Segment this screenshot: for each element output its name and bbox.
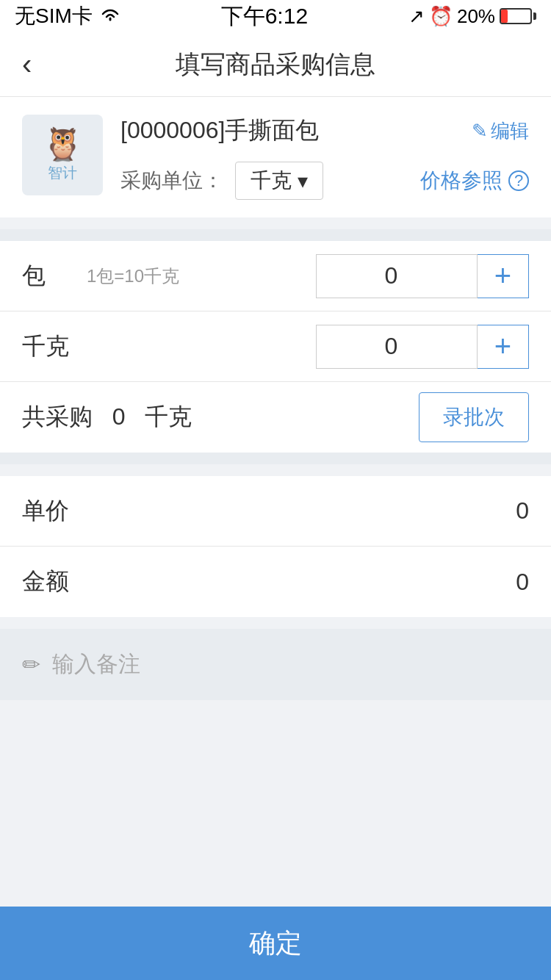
kg-plus-button[interactable]: + xyxy=(478,325,529,369)
edit-label: 编辑 xyxy=(491,118,529,144)
price-section: 单价 0 金额 0 xyxy=(0,476,551,617)
battery-icon xyxy=(500,8,536,24)
brand-label: 智计 xyxy=(48,163,77,183)
product-logo-icon: 🦉 xyxy=(43,128,83,160)
amount-value: 0 xyxy=(516,569,529,596)
unit-prefix-label: 采购单位： xyxy=(120,167,223,195)
batch-record-button[interactable]: 录批次 xyxy=(419,392,529,442)
bag-qty-input[interactable] xyxy=(316,254,478,298)
page-title: 填写商品采购信息 xyxy=(176,48,375,82)
unit-price-value: 0 xyxy=(516,497,529,525)
summary-qty: 0 xyxy=(112,403,126,430)
dropdown-arrow-icon: ▾ xyxy=(298,169,308,193)
summary-row: 共采购 0 千克 录批次 xyxy=(0,382,551,453)
amount-row: 金额 0 xyxy=(0,547,551,617)
status-left: 无SIM卡 xyxy=(15,2,120,30)
confirm-button[interactable]: 确定 xyxy=(0,907,551,980)
kg-input-row: 千克 + xyxy=(0,311,551,382)
kg-qty-input[interactable] xyxy=(316,325,478,369)
section-divider-2 xyxy=(0,453,551,464)
bag-sub-label: 1包=10千克 xyxy=(87,264,179,288)
kg-label: 千克 xyxy=(22,331,81,363)
bag-label: 包 xyxy=(22,260,81,292)
summary-unit: 千克 xyxy=(145,403,192,430)
location-icon: ↗ xyxy=(408,5,425,28)
status-time: 下午6:12 xyxy=(221,1,308,32)
remark-section[interactable]: ✏ 输入备注 xyxy=(0,629,551,700)
input-section: 包 1包=10千克 + 千克 + 共采购 0 千克 录批次 xyxy=(0,241,551,453)
status-right: ↗ ⏰ 20% xyxy=(408,5,536,28)
product-name: [0000006]手撕面包 xyxy=(120,115,319,147)
unit-price-row: 单价 0 xyxy=(0,476,551,547)
section-divider-1 xyxy=(0,229,551,241)
price-ref-button[interactable]: 价格参照 ? xyxy=(420,167,529,195)
confirm-button-label: 确定 xyxy=(249,926,302,962)
unit-dropdown[interactable]: 千克 ▾ xyxy=(235,162,323,200)
summary-text: 共采购 0 千克 xyxy=(22,401,192,433)
product-card: 🦉 智计 [0000006]手撕面包 ✎ 编辑 采购单位： 千克 ▾ 价格参照 … xyxy=(0,97,551,217)
back-button[interactable]: ‹ xyxy=(22,48,66,81)
unit-value: 千克 xyxy=(251,167,292,195)
amount-label: 金额 xyxy=(22,566,69,598)
battery-pct: 20% xyxy=(457,5,495,28)
price-ref-help-icon: ? xyxy=(508,170,529,191)
edit-icon: ✎ xyxy=(472,120,488,143)
product-image: 🦉 智计 xyxy=(22,115,103,195)
unit-price-label: 单价 xyxy=(22,495,69,527)
remark-pencil-icon: ✏ xyxy=(22,652,40,677)
bag-qty-control: + xyxy=(316,254,529,298)
bag-input-row: 包 1包=10千克 + xyxy=(0,241,551,311)
edit-button[interactable]: ✎ 编辑 xyxy=(472,118,529,144)
carrier-label: 无SIM卡 xyxy=(15,2,93,30)
price-ref-label: 价格参照 xyxy=(420,167,503,195)
kg-qty-control: + xyxy=(316,325,529,369)
status-bar: 无SIM卡 下午6:12 ↗ ⏰ 20% xyxy=(0,0,551,32)
bag-plus-button[interactable]: + xyxy=(478,254,529,298)
remark-placeholder: 输入备注 xyxy=(52,649,140,680)
nav-bar: ‹ 填写商品采购信息 xyxy=(0,32,551,97)
alarm-icon: ⏰ xyxy=(429,5,453,28)
wifi-icon xyxy=(100,4,120,28)
bottom-area xyxy=(0,700,551,906)
product-info: [0000006]手撕面包 ✎ 编辑 采购单位： 千克 ▾ 价格参照 ? xyxy=(120,115,529,200)
summary-prefix: 共采购 xyxy=(22,403,93,430)
